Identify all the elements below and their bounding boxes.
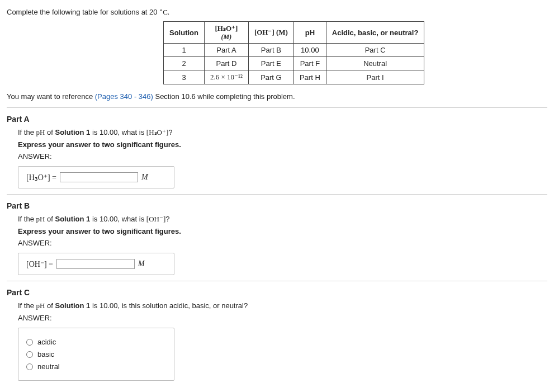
th-solution: Solution <box>164 22 205 44</box>
unit-label: M <box>141 173 148 182</box>
question-line: If the pH of Solution 1 is 10.00, is thi… <box>18 301 547 310</box>
separator <box>7 281 547 281</box>
table-row: 3 2.6 × 10⁻¹² Part G Part H Part I <box>164 70 424 84</box>
answer-lhs: [H₃O⁺] = <box>26 173 56 182</box>
radio-option-acidic[interactable]: acidic <box>26 338 166 346</box>
radio-option-neutral[interactable]: neutral <box>26 362 166 371</box>
answer-label: ANSWER: <box>18 239 547 247</box>
part-a: Part A If the pH of Solution 1 is 10.00,… <box>7 115 547 188</box>
part-title: Part C <box>7 288 547 297</box>
answer-label: ANSWER: <box>18 314 547 322</box>
question-line: If the pH of Solution 1 is 10.00, what i… <box>18 215 547 224</box>
question-line: If the pH of Solution 1 is 10.00, what i… <box>18 128 547 137</box>
part-title: Part A <box>7 115 547 124</box>
solutions-table: Solution [H₃O⁺] (M) [OH⁻] (M) pH Acidic,… <box>163 21 424 84</box>
express-line: Express your answer to two significant f… <box>18 140 547 149</box>
th-ph: pH <box>293 22 326 44</box>
separator <box>7 194 547 195</box>
radio-basic[interactable] <box>26 351 33 358</box>
pages-link[interactable]: (Pages 340 - 346) <box>95 92 153 101</box>
separator <box>7 107 547 108</box>
intro-line: Complete the following table for solutio… <box>7 7 547 17</box>
part-b: Part B If the pH of Solution 1 is 10.00,… <box>7 201 547 275</box>
th-h3o: [H₃O⁺] (M) <box>205 22 249 44</box>
th-oh: [OH⁻] (M) <box>248 22 293 44</box>
radio-neutral[interactable] <box>26 363 33 370</box>
radio-acidic[interactable] <box>26 339 33 346</box>
unit-label: M <box>138 259 145 268</box>
h3o-input[interactable] <box>60 172 138 182</box>
radio-option-basic[interactable]: basic <box>26 350 166 358</box>
solutions-table-wrap: Solution [H₃O⁺] (M) [OH⁻] (M) pH Acidic,… <box>163 21 547 84</box>
part-c: Part C If the pH of Solution 1 is 10.00,… <box>7 288 547 381</box>
part-title: Part B <box>7 201 547 210</box>
table-row: 1 Part A Part B 10.00 Part C <box>164 44 424 57</box>
answer-box: [OH⁻] = M <box>18 253 174 275</box>
answer-label: ANSWER: <box>18 152 547 160</box>
th-abn: Acidic, basic, or neutral? <box>326 22 424 44</box>
table-row: 2 Part D Part E Part F Neutral <box>164 57 424 70</box>
oh-input[interactable] <box>56 259 135 269</box>
express-line: Express your answer to two significant f… <box>18 227 547 235</box>
answer-box: [H₃O⁺] = M <box>18 166 174 188</box>
reference-line: You may want to reference (Pages 340 - 3… <box>7 92 547 101</box>
answer-lhs: [OH⁻] = <box>26 259 53 269</box>
answer-box: acidic basic neutral <box>18 328 174 381</box>
